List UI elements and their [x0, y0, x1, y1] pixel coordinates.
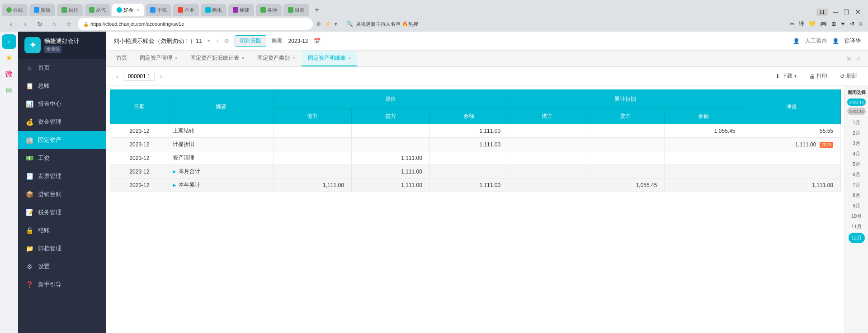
print-btn[interactable]: 🖨 打印	[806, 70, 831, 82]
tab-close-fixed-mgmt[interactable]: ×	[175, 56, 178, 61]
tab-category[interactable]: 固定资产类别 ×	[251, 51, 302, 66]
row1-orig-credit	[351, 138, 429, 151]
download-btn[interactable]: ⬇ 下载 ▾	[772, 70, 800, 82]
extension-icon-2[interactable]: ⚡	[325, 21, 331, 27]
browser-tab-gedi[interactable]: 各地	[256, 4, 282, 16]
browser-tab-muqian[interactable]: 目前	[283, 4, 309, 16]
sidebar-item-archive[interactable]: 📁 归档管理	[18, 239, 106, 258]
browser-tab-qiye[interactable]: 企业	[173, 4, 199, 16]
period-month-3[interactable]: 3月	[849, 138, 865, 149]
period-panel-title: 期间选择	[847, 88, 867, 98]
sidebar-item-close[interactable]: 🔒 结账	[18, 221, 106, 239]
new-tab-btn[interactable]: +	[311, 4, 323, 16]
sidebar-item-inout[interactable]: 📦 进销台账	[18, 185, 106, 203]
window-close-icon[interactable]: ✕	[855, 8, 861, 16]
tab-area-close-icon[interactable]: ✕	[846, 55, 852, 62]
user-avatar-icon: 👤	[832, 38, 839, 44]
period-month-9[interactable]: 9月	[849, 201, 865, 211]
app-icon-main[interactable]: C	[2, 34, 16, 49]
forward-btn[interactable]: ›	[20, 19, 31, 29]
brightness-icon[interactable]: ☀	[840, 21, 845, 27]
table-row-total-month: 2023-12 ▶ 本月合计 1,111.00	[110, 165, 841, 178]
restore-icon[interactable]: ❐	[844, 9, 849, 16]
undo-icon[interactable]: ↺	[850, 21, 854, 27]
browser-tab-tencent[interactable]: 腾讯	[201, 4, 226, 16]
switch-version-btn[interactable]: 切到旧版	[235, 35, 266, 47]
tab-detail[interactable]: 固定资产明细账 ×	[302, 51, 358, 66]
tab-depreciation[interactable]: 固定资产折旧统计表 ×	[184, 51, 251, 66]
star-btn[interactable]: ☆	[63, 19, 74, 29]
period-month-12[interactable]: 12月	[849, 233, 865, 243]
sidebar-item-settings[interactable]: ⚙ 设置	[18, 258, 106, 276]
sidebar-item-ledger[interactable]: 📋 总账	[18, 77, 106, 95]
minimize-icon[interactable]: ─	[833, 8, 838, 16]
add-icon[interactable]: +	[216, 38, 219, 44]
tab-close-depreciation[interactable]: ×	[242, 56, 245, 61]
tab-close-detail[interactable]: ×	[349, 56, 351, 61]
app-icon-email[interactable]: ✉	[2, 83, 16, 98]
period-month-7[interactable]: 7月	[849, 180, 865, 190]
sidebar-item-home[interactable]: ⌂ 首页	[18, 59, 106, 77]
period-date-chip-1[interactable]: 2023.12	[847, 98, 866, 106]
period-month-8[interactable]: 8月	[849, 190, 865, 201]
help-label[interactable]: 人工咨询	[805, 37, 827, 45]
sidebar-item-invoice[interactable]: 🧾 发票管理	[18, 167, 106, 185]
menu-icon[interactable]: ≡	[859, 20, 863, 28]
dropdown-icon[interactable]: ▾	[335, 21, 337, 27]
browser-tab-yidai1[interactable]: 易代	[57, 4, 83, 16]
browser-tab-geshui[interactable]: 个税	[146, 4, 171, 16]
browser-tab-new[interactable]: 新版	[29, 4, 55, 16]
sidebar-item-reports[interactable]: 📊 报表中心	[18, 95, 106, 113]
browser-tab-yidai2[interactable]: 易代	[85, 4, 110, 16]
user-name[interactable]: 徐译华	[844, 37, 861, 45]
tab-area-maximize-icon[interactable]: ⤢	[856, 56, 861, 62]
browser-tab-changjie[interactable]: 畅捷	[228, 4, 254, 16]
period-month-2[interactable]: 2月	[849, 128, 865, 138]
refresh-btn[interactable]: ↺ 刷新	[836, 70, 861, 82]
tab-close-haokuai[interactable]: ×	[137, 8, 139, 13]
sidebar-item-salary[interactable]: 💵 工资	[18, 149, 106, 167]
sidebar-item-guide[interactable]: ❓ 新手引导	[18, 276, 106, 294]
period-month-6[interactable]: 6月	[849, 169, 865, 180]
tab-home[interactable]: 首页	[110, 51, 133, 66]
address-input[interactable]: 🔒 https://cloud.chanjet.com/accounting/u…	[78, 18, 313, 30]
browser-tab-online[interactable]: 在线	[2, 4, 28, 16]
calendar-icon[interactable]: 📅	[314, 38, 321, 44]
extension-icon-1[interactable]: ⚙	[316, 21, 321, 27]
settings-small-icon[interactable]: ⚙	[224, 38, 229, 44]
home-btn[interactable]: ⌂	[49, 19, 60, 29]
sidebar-item-tax[interactable]: 📝 税务管理	[18, 203, 106, 221]
browser-tab-haokuai[interactable]: 好会 ×	[112, 4, 144, 16]
home-icon: ⌂	[25, 64, 33, 72]
tab-fixed-mgmt[interactable]: 固定资产管理 ×	[133, 51, 184, 66]
prev-page-btn[interactable]: ‹	[113, 72, 121, 81]
row3-accum-balance	[665, 165, 743, 178]
scissors-icon[interactable]: ✂	[790, 21, 794, 27]
search-bar[interactable]: 🔍 央视更新主持人名单 🔥热搜	[346, 21, 418, 28]
logo-symbol: ✦	[29, 40, 36, 50]
page-number-box[interactable]: 000001 1	[124, 72, 155, 81]
reload-btn[interactable]: ↻	[34, 19, 45, 29]
dropdown-arrow[interactable]: ▾	[208, 38, 210, 44]
period-month-5[interactable]: 5月	[849, 159, 865, 169]
sidebar-item-funds[interactable]: 💰 资金管理	[18, 113, 106, 131]
wallet-icon[interactable]: 💛	[809, 21, 816, 27]
back-btn[interactable]: ‹	[5, 19, 16, 29]
period-month-4[interactable]: 4月	[849, 149, 865, 159]
period-month-11[interactable]: 11月	[849, 221, 865, 232]
period-month-1[interactable]: 1月	[849, 117, 865, 128]
grid-icon[interactable]: ⊞	[831, 21, 836, 27]
sidebar-item-fixed-assets[interactable]: 🏢 固定资产	[18, 131, 106, 149]
game-icon[interactable]: 🎮	[820, 21, 827, 27]
tab-home-label: 首页	[116, 54, 127, 62]
next-page-btn[interactable]: ›	[157, 72, 165, 81]
tab-favicon-geshui	[150, 7, 156, 13]
row1-accum-balance	[665, 138, 743, 151]
app-icon-star[interactable]: ★	[2, 51, 16, 65]
translate-icon[interactable]: 译	[799, 20, 804, 28]
app-icon-weibo[interactable]: 微	[2, 67, 16, 81]
th-accumulated: 累计折旧	[508, 90, 743, 109]
period-month-10[interactable]: 10月	[849, 211, 865, 221]
tab-close-category[interactable]: ×	[292, 56, 295, 61]
period-date-chip-2[interactable]: 2023.12	[847, 108, 866, 115]
